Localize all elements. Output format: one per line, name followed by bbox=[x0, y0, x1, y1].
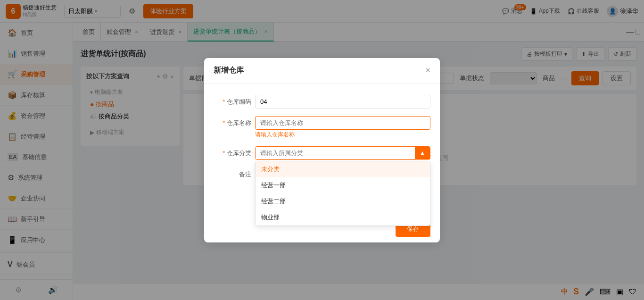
note-label: 备注 bbox=[214, 167, 251, 179]
warehouse-name-row: * 仓库名称 请输入仓库名称 bbox=[214, 116, 430, 139]
warehouse-name-control: 请输入仓库名称 bbox=[255, 116, 430, 139]
category-dropdown-list: 未分类 经营一部 经营二部 物业部 bbox=[255, 161, 430, 226]
dropdown-option-property[interactable]: 物业部 bbox=[256, 209, 430, 225]
category-dropdown: ▲ 未分类 经营一部 经营二部 物业部 bbox=[255, 146, 430, 160]
warehouse-category-label: * 仓库分类 bbox=[214, 146, 251, 158]
required-star-3: * bbox=[223, 150, 225, 157]
dropdown-option-unclassified[interactable]: 未分类 bbox=[256, 161, 430, 177]
warehouse-category-control: ▲ 未分类 经营一部 经营二部 物业部 bbox=[255, 146, 430, 160]
dropdown-arrow-button[interactable]: ▲ bbox=[415, 147, 430, 159]
category-input-row: ▲ bbox=[255, 146, 430, 160]
new-warehouse-modal: 新增仓库 × * 仓库编码 * 仓库名称 bbox=[204, 58, 440, 242]
warehouse-name-error: 请输入仓库名称 bbox=[255, 131, 430, 139]
warehouse-name-input[interactable] bbox=[255, 116, 430, 130]
category-input[interactable] bbox=[256, 147, 415, 159]
warehouse-name-label: * 仓库名称 bbox=[214, 116, 251, 127]
warehouse-code-row: * 仓库编码 bbox=[214, 95, 430, 108]
modal-body: * 仓库编码 * 仓库名称 请输入仓库名称 bbox=[204, 83, 440, 216]
dropdown-option-dept1[interactable]: 经营一部 bbox=[256, 177, 430, 193]
modal-close-button[interactable]: × bbox=[425, 66, 430, 75]
required-star: * bbox=[223, 98, 225, 105]
warehouse-code-control bbox=[255, 95, 430, 108]
warehouse-code-label: * 仓库编码 bbox=[214, 95, 251, 106]
modal-overlay[interactable]: 新增仓库 × * 仓库编码 * 仓库名称 bbox=[0, 0, 644, 300]
warehouse-category-row: * 仓库分类 ▲ 未分类 经营一部 经 bbox=[214, 146, 430, 160]
dropdown-option-dept2[interactable]: 经营二部 bbox=[256, 193, 430, 209]
warehouse-code-input[interactable] bbox=[255, 95, 430, 108]
modal-header: 新增仓库 × bbox=[204, 58, 440, 83]
required-star-2: * bbox=[223, 119, 225, 126]
modal-title: 新增仓库 bbox=[214, 66, 244, 75]
